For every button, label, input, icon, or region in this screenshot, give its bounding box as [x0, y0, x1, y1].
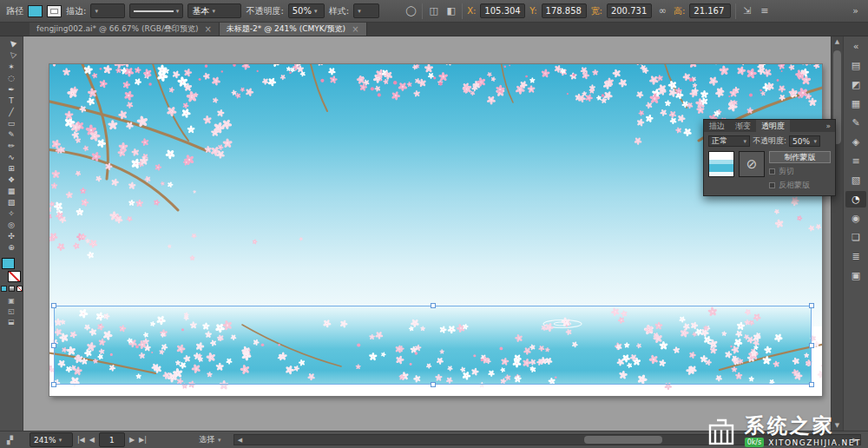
appearance-panel-icon[interactable]: ◉ [845, 210, 866, 227]
first-artboard-button[interactable]: |◀ [77, 436, 85, 444]
panel-collapse-icon[interactable]: » [821, 120, 835, 132]
close-icon[interactable]: × [352, 24, 358, 34]
link-dimensions-icon[interactable]: ∞ [656, 5, 669, 16]
chevron-down-icon: ▾ [218, 437, 221, 444]
invert-mask-checkbox[interactable]: 反相蒙版 [769, 180, 831, 191]
zoom-tool[interactable]: ⊕ [2, 241, 22, 253]
stroke-panel-icon[interactable]: ≡ [845, 153, 866, 169]
document-tab-fengjing002[interactable]: fengjing002.ai* @ 66.67% (RGB/叠印预览) × [30, 23, 220, 36]
eyedropper-tool[interactable]: ✧ [2, 208, 22, 219]
pen-tool[interactable]: ✒ [2, 83, 22, 95]
opacity-field[interactable]: 50%▾ [288, 3, 325, 18]
document-tab-untitled2[interactable]: 未标题-2* @ 241% (CMYK/预览) × [220, 23, 367, 36]
transparency-panel-icon[interactable]: ◔ [845, 191, 866, 208]
document-tab-bar: fengjing002.ai* @ 66.67% (RGB/叠印预览) × 未标… [0, 23, 868, 36]
control-bar: 路径 描边: ▾ ▾ 基本▾ 不透明度: 50%▾ 样式: ▾ ◯ ◫ ◧ X:… [0, 0, 868, 23]
color-guide-panel-icon[interactable]: ◩ [845, 76, 866, 93]
mesh-tool[interactable]: ▦ [2, 185, 22, 196]
align-grid-icon[interactable]: ◫ [427, 5, 440, 16]
next-artboard-button[interactable]: ▶ [129, 436, 135, 444]
shape-icon[interactable]: ◯ [404, 5, 418, 16]
lasso-tool[interactable]: ◌ [2, 72, 22, 83]
last-artboard-button[interactable]: ▶| [139, 436, 147, 444]
canvas-area[interactable]: ▲ ▼ 描边 渐变 透明度 » 正常▾ 不透明度: 50%▾ ⊘ [23, 36, 843, 431]
fill-swatch[interactable] [2, 258, 15, 269]
free-transform-tool[interactable]: ⊞ [2, 162, 22, 174]
style-dropdown[interactable]: ▾ [353, 3, 379, 18]
vertical-scrollbar[interactable]: ▲ ▼ [831, 36, 843, 431]
grip-icon: ▞ [7, 436, 13, 445]
current-tool-indicator[interactable]: 选择 ▾ [199, 434, 221, 445]
chevron-down-icon: ▾ [358, 8, 361, 15]
screen-mode-icon[interactable]: ⬓ [8, 318, 15, 326]
layers-panel-icon[interactable]: ≣ [845, 248, 866, 265]
variable-width-profile-dropdown[interactable]: ▾ [129, 3, 183, 18]
none-mode-button[interactable] [16, 286, 23, 292]
panel-menu-icon[interactable]: ≡ [758, 5, 771, 16]
brush-definition-dropdown[interactable]: 基本▾ [187, 3, 241, 18]
panel-tab-bar: 描边 渐变 透明度 » [704, 120, 835, 132]
gradient-panel-icon[interactable]: ▧ [845, 172, 866, 188]
blend-tool[interactable]: ◎ [2, 219, 22, 230]
y-field[interactable]: 178.858 [542, 3, 587, 18]
tab-transparency[interactable]: 透明度 [756, 120, 790, 132]
tab-stroke[interactable]: 描边 [704, 120, 730, 132]
clip-checkbox[interactable]: 剪切 [769, 166, 831, 177]
distribute-grid-icon[interactable]: ◧ [444, 5, 457, 16]
type-tool[interactable]: T [2, 95, 22, 106]
artboard-number-field[interactable]: 1 [99, 432, 125, 447]
swatches-panel-icon[interactable]: ▦ [845, 96, 866, 112]
chevron-down-icon: ▾ [314, 8, 318, 15]
overflow-chevrons-icon[interactable]: » [849, 5, 862, 16]
horizontal-scrollbar-thumb[interactable] [584, 436, 663, 444]
transform-icon[interactable]: ⇲ [740, 5, 753, 16]
separator [462, 3, 463, 19]
panel-opacity-field[interactable]: 50%▾ [789, 135, 820, 147]
paintbrush-tool[interactable]: ✎ [2, 128, 22, 140]
close-icon[interactable]: × [204, 24, 211, 34]
height-field[interactable]: 21.167 [689, 3, 731, 18]
previous-artboard-button[interactable]: ◀ [89, 436, 95, 444]
chevron-down-icon: ▾ [95, 8, 98, 15]
opacity-label: 不透明度: [246, 5, 283, 17]
draw-behind-icon[interactable]: ◱ [8, 307, 15, 315]
height-label: 高: [674, 5, 685, 17]
stroke-weight-dropdown[interactable]: ▾ [90, 3, 125, 18]
object-thumbnail[interactable] [708, 151, 734, 177]
scroll-left-icon[interactable]: ◀ [234, 437, 245, 444]
tab-gradient[interactable]: 渐变 [730, 120, 756, 132]
style-label: 样式: [329, 5, 349, 17]
mask-thumbnail[interactable]: ⊘ [739, 151, 765, 177]
brushes-panel-icon[interactable]: ✎ [845, 115, 866, 131]
expand-dock-icon[interactable]: « [845, 38, 866, 55]
fill-stroke-indicator[interactable] [2, 258, 21, 282]
stroke-swatch[interactable] [8, 271, 21, 282]
draw-normal-icon[interactable]: ▣ [8, 297, 15, 305]
rectangle-tool[interactable]: ▭ [2, 117, 22, 128]
zoom-dropdown[interactable]: 241%▾ [30, 432, 73, 447]
x-field[interactable]: 105.304 [480, 3, 525, 18]
gradient-tool[interactable]: ▧ [2, 196, 22, 208]
width-tool[interactable]: ∿ [2, 151, 22, 162]
graphic-styles-panel-icon[interactable]: ❏ [845, 229, 866, 246]
color-panel-icon[interactable]: ▤ [845, 57, 866, 74]
artboard[interactable] [49, 64, 822, 396]
stroke-color-swatch[interactable] [47, 5, 62, 17]
stroke-label: 描边: [66, 5, 86, 17]
shape-builder-tool[interactable]: ❖ [2, 174, 22, 185]
artboards-panel-icon[interactable]: ▣ [845, 267, 866, 284]
line-segment-tool[interactable]: ╱ [2, 106, 22, 117]
width-field[interactable]: 200.731 [607, 3, 652, 18]
blend-mode-dropdown[interactable]: 正常▾ [708, 135, 750, 147]
chevron-down-icon: ▾ [743, 138, 746, 145]
hand-tool[interactable]: ✣ [2, 230, 22, 241]
fill-color-swatch[interactable] [28, 5, 43, 17]
make-mask-button[interactable]: 制作蒙版 [769, 151, 831, 163]
scroll-up-icon[interactable]: ▲ [832, 36, 843, 47]
width-label: 宽: [591, 5, 602, 17]
gradient-mode-button[interactable] [9, 286, 15, 292]
color-mode-button[interactable] [1, 286, 7, 292]
pencil-tool[interactable]: ✏ [2, 140, 22, 151]
symbols-panel-icon[interactable]: ◈ [845, 134, 866, 150]
toolbox: ▶▷✶◌✒T╱▭✎✏∿⊞❖▦▧✧◎✣⊕ ▣ ◱ ⬓ [0, 36, 23, 431]
